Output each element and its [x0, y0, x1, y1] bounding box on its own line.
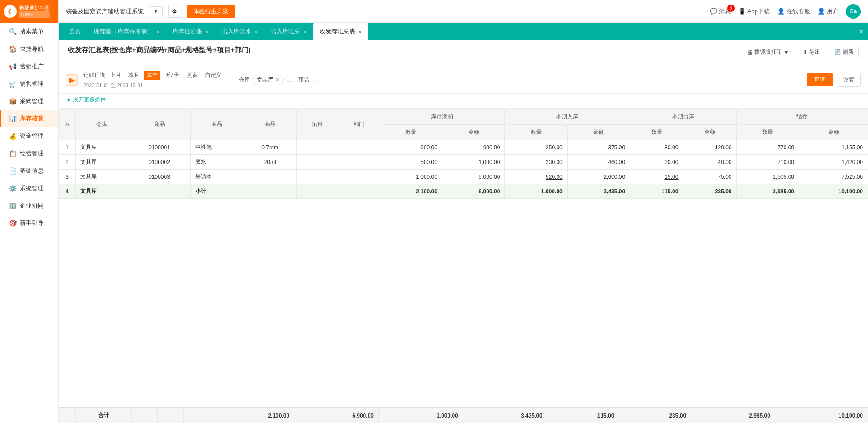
tab-batch[interactable]: 库存批次账 ✕: [166, 23, 215, 40]
sidebar-item-label: 企业协同: [20, 202, 44, 210]
cell-warehouse: 文具库: [76, 184, 128, 199]
cell-product-code: 0100003: [128, 170, 190, 184]
sidebar-item-label: 营销推广: [20, 62, 44, 71]
tab-flow[interactable]: 出入库流水 ✕: [215, 23, 264, 40]
th-inbound-qty: 数量: [505, 125, 567, 140]
purchase-icon: 📦: [9, 98, 16, 105]
th-project: 项目: [297, 109, 338, 140]
settings-button[interactable]: ⚙: [168, 5, 181, 18]
footer-inbound-qty: 1,000.00: [378, 408, 463, 423]
tab-inventory-dist-label: 现存量（库存分布表）: [94, 27, 153, 36]
date-filter-labels: 记账日期 上月 本月 本年 近7天 更多 自定义: [83, 71, 224, 80]
system-dropdown[interactable]: 装备及固定资产辅助管理系统 ▼: [149, 6, 163, 16]
warehouse-filter-label: 仓库: [239, 76, 250, 84]
cell-closing-amt: 10,100.00: [799, 184, 868, 199]
sidebar-item-label: 搜索菜单: [20, 27, 44, 36]
inbound-qty-link[interactable]: 1,000.00: [541, 188, 563, 195]
filter-expand-arrow[interactable]: ▶: [66, 74, 78, 86]
expand-more-button[interactable]: ▼ 展开更多条件: [66, 96, 106, 104]
export-button[interactable]: ⬆ 导出: [798, 46, 825, 58]
cell-product-code: [128, 184, 190, 199]
date-btn-last-month[interactable]: 上月: [107, 71, 124, 80]
refresh-button[interactable]: 🔄 刷新: [829, 46, 859, 58]
tab-recv-summary-close[interactable]: ✕: [358, 29, 362, 34]
sidebar-item-system[interactable]: ⚙️ 系统管理: [0, 180, 58, 197]
avatar[interactable]: Ea: [846, 4, 861, 19]
user-menu[interactable]: 👤 用户: [818, 7, 839, 16]
outbound-qty-link[interactable]: 15.00: [664, 174, 678, 180]
basic-icon: 📄: [9, 167, 16, 175]
sidebar-item-basic[interactable]: 📄 基础信息: [0, 162, 58, 180]
query-button[interactable]: 查询: [807, 73, 833, 86]
table-footer: 合计 2,100.00 6,900.00 1,000.00 3,435.00 1…: [59, 407, 868, 423]
app-download-label: App下载: [747, 7, 770, 16]
cell-outbound-amt: 40.00: [683, 155, 736, 170]
tab-flow-close[interactable]: ✕: [254, 29, 258, 34]
inbound-qty-link[interactable]: 520.00: [546, 174, 563, 180]
cell-opening-qty: 600.00: [380, 140, 442, 155]
warehouse-ellipsis[interactable]: ...: [287, 76, 293, 84]
inbound-qty-link[interactable]: 230.00: [546, 159, 563, 165]
product-ellipsis[interactable]: ...: [312, 76, 318, 84]
sidebar-item-marketing[interactable]: 📢 营销推广: [0, 58, 58, 75]
tab-inventory-dist-close[interactable]: ✕: [156, 29, 160, 34]
sidebar-item-inventory[interactable]: 📊 库存核算: [0, 110, 58, 127]
th-closing: 结存: [736, 109, 868, 125]
topbar: 装备及固定资产辅助管理系统 装备及固定资产辅助管理系统 ▼ ⚙ 体验行业方案 💬…: [59, 0, 868, 23]
online-service-button[interactable]: 👤 在线客服: [777, 7, 810, 16]
outbound-qty-link[interactable]: 20.00: [664, 159, 678, 165]
sidebar-item-finance[interactable]: 💰 资金管理: [0, 127, 58, 145]
outbound-qty-link[interactable]: 80.00: [664, 144, 678, 151]
message-button[interactable]: 💬 消息 6: [710, 7, 731, 16]
tab-home[interactable]: 首页: [62, 23, 87, 40]
footer-closing-amt: 10,100.00: [775, 408, 868, 423]
sidebar-item-purchase[interactable]: 📦 采购管理: [0, 93, 58, 110]
tab-summary[interactable]: 出入库汇总 ✕: [264, 23, 313, 40]
inbound-qty-link[interactable]: 250.00: [546, 144, 563, 151]
cell-project: [297, 170, 338, 184]
message-icon: 💬: [710, 8, 717, 15]
tab-inventory-dist[interactable]: 现存量（库存分布表） ✕: [87, 23, 166, 40]
th-warehouse: 仓库: [76, 109, 128, 140]
date-btn-more[interactable]: 更多: [184, 71, 200, 80]
cell-project: [297, 184, 338, 199]
cell-inbound-qty: 1,000.00: [505, 184, 567, 199]
settings-button[interactable]: 设置: [837, 73, 861, 87]
experience-button[interactable]: 体验行业方案: [187, 5, 235, 18]
th-settings[interactable]: ⚙: [59, 109, 76, 140]
sidebar-item-quicknav[interactable]: 🏠 快捷导航: [0, 40, 58, 58]
sidebar-item-sales[interactable]: 🛒 销售管理: [0, 75, 58, 93]
tab-summary-close[interactable]: ✕: [303, 29, 307, 34]
outbound-qty-link[interactable]: 115.00: [662, 188, 679, 195]
cell-outbound-qty: 80.00: [630, 140, 683, 155]
warehouse-tag: 文具库 ✕: [253, 75, 284, 85]
sidebar-item-label: 采购管理: [20, 97, 44, 105]
date-btn-this-month[interactable]: 本月: [126, 71, 142, 80]
sidebar-item-search[interactable]: 🔍 搜索菜单: [0, 23, 58, 40]
th-product-code: 商品: [128, 109, 190, 140]
print-button[interactable]: 🖨 拨锁版打印 ▼: [742, 46, 794, 58]
cell-warehouse: 文具库: [76, 140, 128, 155]
tab-recv-summary[interactable]: 收发存汇总表 ✕: [313, 23, 368, 40]
cell-outbound-qty: 15.00: [630, 170, 683, 184]
cell-no: 4: [59, 184, 76, 199]
app-download-button[interactable]: 📱 App下载: [738, 7, 770, 16]
cell-warehouse: 文具库: [76, 155, 128, 170]
sidebar-item-operations[interactable]: 📋 经营管理: [0, 145, 58, 162]
sidebar-item-enterprise[interactable]: 🏢 企业协同: [0, 197, 58, 214]
close-all-tabs[interactable]: ✕: [858, 27, 864, 36]
cell-inbound-qty: 230.00: [505, 155, 567, 170]
date-btn-this-year[interactable]: 本年: [144, 71, 160, 80]
tab-batch-close[interactable]: ✕: [205, 29, 209, 34]
tab-recv-summary-label: 收发存汇总表: [320, 27, 355, 36]
date-btn-custom[interactable]: 自定义: [202, 71, 224, 80]
th-closing-qty: 数量: [736, 125, 799, 140]
warehouse-tag-close[interactable]: ✕: [275, 77, 280, 83]
cell-closing-qty: 770.00: [736, 140, 799, 155]
print-icon: 🖨: [747, 49, 752, 55]
sidebar-item-label: 系统管理: [20, 184, 44, 192]
finance-icon: 💰: [9, 132, 16, 140]
sidebar-item-guide[interactable]: 🎯 新手引导: [0, 214, 58, 232]
main-area: 装备及固定资产辅助管理系统 装备及固定资产辅助管理系统 ▼ ⚙ 体验行业方案 💬…: [59, 0, 868, 423]
date-btn-7days[interactable]: 近7天: [162, 71, 182, 80]
